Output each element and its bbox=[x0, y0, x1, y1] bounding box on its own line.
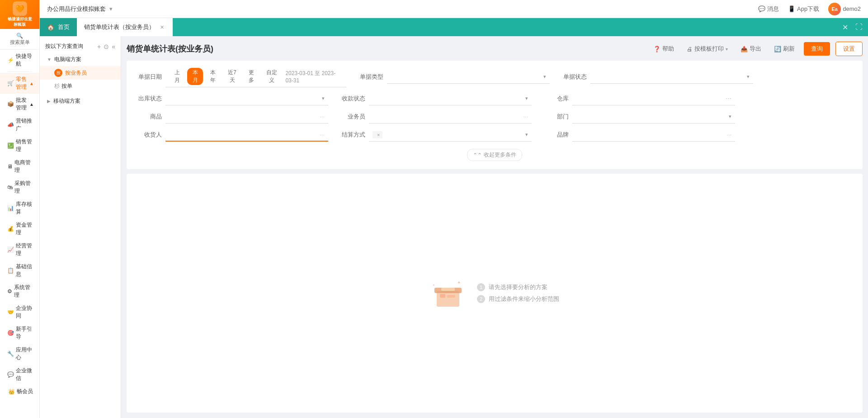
sidebar-item-operations[interactable]: 📈 经营管理 bbox=[0, 239, 39, 260]
wholesale-arrow: ▲ bbox=[29, 102, 34, 107]
sidebar-item-purchase[interactable]: 🛍 采购管理 bbox=[0, 177, 39, 198]
template-print-btn[interactable]: 🖨 按模板打印 ▾ bbox=[683, 43, 731, 55]
tree-mobile[interactable]: ▶ 移动端方案 bbox=[40, 95, 121, 108]
salesman-dots-icon: ··· bbox=[523, 113, 528, 120]
tree-desktop[interactable]: ▼ 电脑端方案 bbox=[40, 53, 121, 66]
tab-sales-report[interactable]: 销货单统计表（按业务员） ✕ bbox=[77, 18, 173, 36]
help-icon: ❓ bbox=[653, 46, 660, 52]
doc-type-field[interactable]: ▾ bbox=[387, 70, 550, 84]
mobile-label: 移动端方案 bbox=[53, 97, 80, 105]
salesman-label: 按业务员 bbox=[65, 69, 87, 77]
close-tab-btn[interactable]: ✕ bbox=[840, 21, 850, 33]
tab-sales-close[interactable]: ✕ bbox=[158, 24, 165, 31]
export-btn[interactable]: 📤 导出 bbox=[737, 43, 765, 55]
settings-btn[interactable]: 设置 bbox=[835, 42, 863, 56]
logo-icon: 🧡 bbox=[13, 1, 27, 16]
left-panel: 按以下方案查询 + ⊙ « ▼ 电脑端方案 按 按业务员 杉 按单 bbox=[40, 36, 121, 418]
right-panel: 销货单统计表(按业务员) ❓ 帮助 🖨 按模板打印 ▾ 📤 导出 bbox=[121, 36, 868, 418]
receiver-label: 收货人 bbox=[134, 131, 165, 139]
sidebar-item-system[interactable]: ⚙ 系统管理 bbox=[0, 281, 39, 302]
query-btn[interactable]: 查询 bbox=[804, 42, 830, 56]
app-download-btn[interactable]: 📱 App下载 bbox=[788, 5, 819, 13]
message-btn[interactable]: 💬 消息 bbox=[758, 5, 779, 13]
appstore-icon: 🔧 bbox=[7, 351, 14, 357]
expand-btn[interactable]: ⛶ bbox=[854, 21, 864, 33]
sidebar-item-sales[interactable]: 💹 销售管理 bbox=[0, 135, 39, 156]
user-info[interactable]: Ea demo2 bbox=[828, 3, 861, 15]
empty-tip-2: 2 用过滤条件来缩小分析范围 bbox=[477, 295, 559, 303]
warehouse-field[interactable]: ··· bbox=[572, 92, 735, 105]
page-title: 销货单统计表(按业务员) bbox=[127, 43, 213, 54]
add-scheme-btn[interactable]: + bbox=[97, 43, 101, 50]
tree-item-by-order[interactable]: 杉 按单 bbox=[40, 80, 121, 93]
salesman-filter-label: 业务员 bbox=[337, 113, 369, 121]
tip-text-2: 用过滤条件来缩小分析范围 bbox=[489, 295, 559, 303]
sidebar-item-enterprise[interactable]: 🤝 企业协同 bbox=[0, 302, 39, 323]
order-label: 按单 bbox=[61, 82, 72, 90]
sidebar-item-wholesale[interactable]: 📦 批发管理 ▲ bbox=[0, 94, 39, 114]
brand-field[interactable]: ··· bbox=[572, 128, 735, 142]
date-options: 上月 本月 本年 近7天 更多 自定义 bbox=[169, 68, 282, 85]
refresh-btn[interactable]: 🔄 刷新 bbox=[770, 43, 798, 55]
payment-method-field[interactable]: × ▾ bbox=[369, 128, 532, 142]
goods-field[interactable]: ··· bbox=[165, 110, 328, 124]
company-title: 办公用品行业模拟账套 bbox=[47, 5, 106, 13]
date-btn-current-year[interactable]: 本年 bbox=[205, 68, 221, 85]
help-btn[interactable]: ❓ 帮助 bbox=[650, 43, 678, 55]
appstore-label: 应用中心 bbox=[16, 346, 34, 361]
salesman-field[interactable]: ··· bbox=[369, 110, 532, 124]
purchase-label: 采购管理 bbox=[14, 180, 34, 195]
warehouse-label: 仓库 bbox=[541, 95, 572, 103]
page-header: 销货单统计表(按业务员) ❓ 帮助 🖨 按模板打印 ▾ 📤 导出 bbox=[127, 42, 863, 56]
tip-num-2: 2 bbox=[477, 295, 485, 303]
sidebar: 🧡 畅捷通好生意 标账版 🔍 搜索菜单 ⚡ 快捷导航 🛒 零售管理 ▲ 📦 批发… bbox=[0, 0, 40, 418]
sidebar-item-wechat[interactable]: 💬 企业微信 bbox=[0, 364, 39, 385]
sidebar-item-inventory[interactable]: 📊 库存核算 bbox=[0, 198, 39, 218]
out-status-field[interactable]: ▾ bbox=[165, 92, 328, 105]
sidebar-item-member[interactable]: 👑 畅会员 bbox=[1, 385, 38, 398]
wechat-label: 企业微信 bbox=[16, 367, 34, 382]
tree-item-by-salesman[interactable]: 按 按业务员 bbox=[40, 66, 121, 80]
receiver-dots-icon: ··· bbox=[320, 131, 325, 138]
svg-text:✦: ✦ bbox=[457, 280, 461, 285]
sidebar-item-newbie[interactable]: 🎯 新手引导 bbox=[0, 323, 39, 343]
enterprise-label: 企业协同 bbox=[16, 304, 34, 320]
payment-tag-close[interactable]: × bbox=[377, 132, 380, 138]
date-btn-last-7days[interactable]: 近7天 bbox=[223, 68, 241, 85]
date-btn-custom[interactable]: 自定义 bbox=[261, 68, 282, 85]
receive-status-label: 收款状态 bbox=[337, 95, 369, 103]
payment-arrow: ▾ bbox=[525, 132, 528, 138]
sidebar-item-ecommerce[interactable]: 🖥 电商管理 bbox=[0, 156, 39, 177]
goods-label: 商品 bbox=[134, 113, 165, 121]
receive-status-arrow: ▾ bbox=[525, 95, 528, 101]
sidebar-item-quick-nav[interactable]: ⚡ 快捷导航 bbox=[0, 50, 39, 71]
receiver-field[interactable]: ··· bbox=[165, 128, 328, 142]
sidebar-item-retail[interactable]: 🛒 零售管理 ▲ bbox=[0, 73, 39, 94]
out-status-arrow: ▾ bbox=[322, 95, 325, 101]
empty-tips: 1 请先选择要分析的方案 2 用过滤条件来缩小分析范围 bbox=[477, 283, 559, 303]
date-btn-current-month[interactable]: 本月 bbox=[187, 68, 203, 85]
sidebar-item-appstore[interactable]: 🔧 应用中心 bbox=[0, 343, 39, 364]
tab-home[interactable]: 🏠 首页 bbox=[40, 18, 77, 36]
sidebar-search[interactable]: 🔍 搜索菜单 bbox=[0, 29, 39, 50]
filter-row-2: 出库状态 ▾ 收款状态 ▾ 仓库 ··· bbox=[134, 92, 855, 105]
sidebar-item-marketing[interactable]: 📣 营销推广 bbox=[0, 114, 39, 135]
date-btn-last-month[interactable]: 上月 bbox=[169, 68, 185, 85]
quick-nav-icon: ⚡ bbox=[7, 57, 14, 63]
department-field[interactable]: ▾ bbox=[572, 110, 735, 124]
doc-status-field[interactable]: ▾ bbox=[590, 70, 753, 84]
wholesale-icon: 📦 bbox=[7, 101, 14, 107]
collapse-btn[interactable]: ⌃⌃ 收起更多条件 bbox=[467, 149, 522, 161]
user-name: demo2 bbox=[843, 5, 861, 12]
date-btn-more[interactable]: 更多 bbox=[243, 68, 259, 85]
app-logo[interactable]: 🧡 畅捷通好生意 标账版 bbox=[0, 0, 40, 29]
sales-label: 销售管理 bbox=[16, 138, 34, 153]
sidebar-item-basic[interactable]: 📋 基础信息 bbox=[0, 260, 39, 281]
search-label: 搜索菜单 bbox=[0, 39, 39, 46]
collapse-panel-btn[interactable]: « bbox=[112, 43, 115, 50]
receive-status-field[interactable]: ▾ bbox=[369, 92, 532, 105]
sidebar-item-finance[interactable]: 💰 资金管理 bbox=[0, 218, 39, 239]
company-dropdown-icon[interactable]: ▾ bbox=[109, 5, 113, 12]
purchase-icon: 🛍 bbox=[7, 184, 13, 190]
settings-scheme-btn[interactable]: ⊙ bbox=[104, 43, 109, 50]
